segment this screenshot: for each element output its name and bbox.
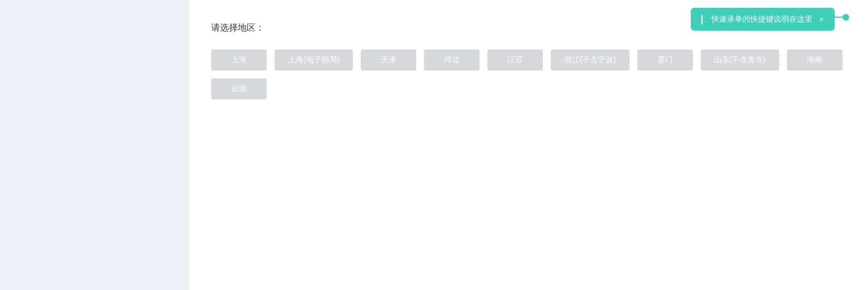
region-buttons-container: 上海上海(电子税局)天津河北江苏浙江(不含宁波)厦门山东(不含青岛)海南云南: [211, 49, 846, 99]
tooltip-text: 快速录单的快捷键说明在这里: [711, 14, 812, 24]
region-button-shanghai-etax[interactable]: 上海(电子税局): [275, 49, 353, 71]
region-button-shandong[interactable]: 山东(不含青岛): [701, 49, 779, 71]
region-button-xiamen[interactable]: 厦门: [637, 49, 693, 71]
region-button-jiangsu[interactable]: 江苏: [487, 49, 543, 71]
tooltip-close-button[interactable]: ×: [818, 15, 825, 24]
region-button-zhejiang[interactable]: 浙江(不含宁波): [551, 49, 629, 71]
tooltip-banner: 快速录单的快捷键说明在这里 ×: [691, 8, 835, 31]
region-button-tianjin[interactable]: 天津: [361, 49, 416, 71]
region-button-hainan[interactable]: 海南: [787, 49, 842, 71]
left-sidebar: [0, 0, 189, 290]
region-button-hebei[interactable]: 河北: [424, 49, 480, 71]
main-content: 请选择地区： 上海上海(电子税局)天津河北江苏浙江(不含宁波)厦门山东(不含青岛…: [189, 0, 868, 290]
region-button-yunnan[interactable]: 云南: [211, 78, 267, 99]
tooltip-dot: [842, 14, 849, 21]
tooltip-connector: [827, 17, 842, 18]
region-button-shanghai[interactable]: 上海: [211, 49, 267, 71]
